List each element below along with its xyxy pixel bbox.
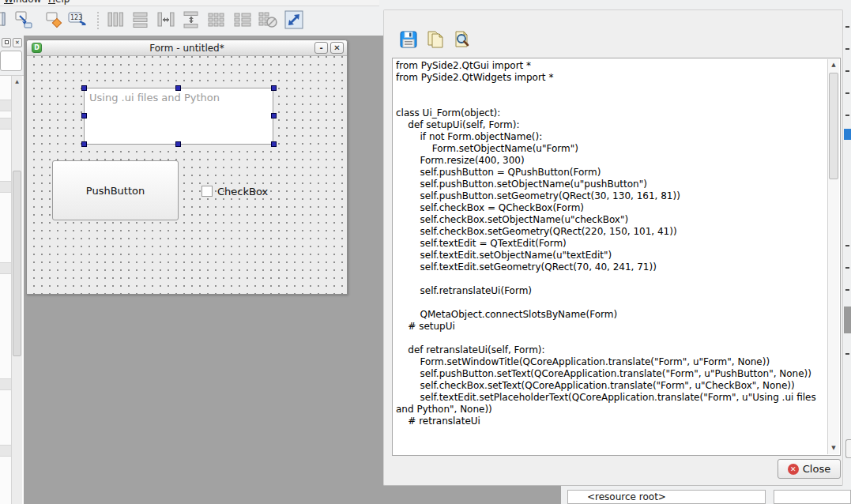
- selection-handle-se[interactable]: [271, 141, 277, 147]
- selection-handle-nw[interactable]: [81, 85, 87, 91]
- copy-button[interactable]: [425, 29, 446, 50]
- code-line: self.textEdit.setObjectName(u"textEdit"): [396, 250, 826, 261]
- selection-handle-e[interactable]: [271, 113, 277, 118]
- layout-horizontal-icon[interactable]: [104, 8, 126, 32]
- form-toolbar: 123: [0, 6, 379, 36]
- adjust-size-icon[interactable]: [283, 8, 305, 32]
- form-editor-window: D Form - untitled* - ✕ Using .ui files a…: [26, 39, 348, 295]
- tree-branch-mark: [845, 92, 849, 94]
- code-scrollbar[interactable]: ▲ ▼: [827, 59, 839, 454]
- widget-box-scrollbar[interactable]: ▲: [11, 76, 22, 504]
- tree-branch-mark: [845, 353, 849, 355]
- selection-handle-ne[interactable]: [271, 85, 277, 91]
- code-line: self.pushButton.setText(QCoreApplication…: [396, 368, 826, 380]
- code-line: self.checkBox = QCheckBox(Form): [396, 202, 826, 214]
- close-button-label: Close: [803, 463, 830, 475]
- menu-help[interactable]: Help: [48, 0, 70, 5]
- float-icon: [5, 40, 9, 44]
- tree-branch-mark: [845, 115, 849, 116]
- layout-vertical-icon[interactable]: [130, 8, 152, 32]
- scrollbar-thumb[interactable]: [829, 73, 838, 179]
- scrollbar-thumb[interactable]: [844, 307, 851, 333]
- layout-splitter-horizontal-icon[interactable]: [155, 8, 177, 32]
- dock-float-button[interactable]: [2, 38, 11, 47]
- layout-splitter-vertical-icon[interactable]: [180, 8, 202, 32]
- resource-browser-strip: <resource root>: [561, 486, 851, 504]
- break-layout-icon[interactable]: [257, 8, 279, 32]
- scroll-down-icon[interactable]: ▼: [828, 442, 839, 454]
- widget-filter-input[interactable]: [0, 51, 22, 71]
- widget-category-row[interactable]: [0, 118, 11, 130]
- edit-buddies-icon[interactable]: [43, 8, 65, 32]
- form-canvas[interactable]: Using .ui files and Python PushButton Ch…: [27, 56, 347, 294]
- pushbutton-widget[interactable]: PushButton: [52, 160, 179, 220]
- find-button[interactable]: [452, 29, 473, 50]
- code-line: self.checkBox.setText(QCoreApplication.t…: [396, 380, 826, 392]
- code-line: from PySide2.QtWidgets import *: [396, 72, 826, 84]
- code-view[interactable]: from PySide2.QtGui import *from PySide2.…: [392, 58, 841, 456]
- widget-box-panel: ✕ ▲: [0, 36, 24, 504]
- code-line: [396, 273, 826, 285]
- widget-category-row[interactable]: [0, 445, 11, 457]
- checkbox-indicator[interactable]: [201, 186, 213, 197]
- menu-window[interactable]: Window: [4, 0, 41, 5]
- code-line: if not Form.objectName():: [396, 131, 826, 143]
- code-line: class Ui_Form(object):: [396, 107, 826, 119]
- widget-category-row[interactable]: [0, 378, 11, 390]
- close-button[interactable]: ✕ Close: [778, 459, 841, 479]
- textedit-widget[interactable]: Using .ui files and Python: [84, 88, 273, 145]
- code-line: self.pushButton.setGeometry(QRect(30, 13…: [396, 190, 826, 202]
- selection-handle-sw[interactable]: [81, 141, 87, 147]
- widget-box-list[interactable]: ▲: [0, 75, 24, 504]
- layout-form-icon[interactable]: [232, 8, 254, 32]
- scrollbar-thumb[interactable]: [13, 171, 21, 356]
- save-icon: [400, 31, 417, 48]
- dock-close-button[interactable]: ✕: [13, 38, 22, 47]
- code-line: self.pushButton.setObjectName(u"pushButt…: [396, 179, 826, 190]
- selected-row-edge: [844, 129, 851, 140]
- code-line: def setupUi(self, Form):: [396, 119, 826, 131]
- code-line: self.checkBox.setObjectName(u"checkBox"): [396, 214, 826, 226]
- selection-handle-n[interactable]: [175, 85, 181, 91]
- code-line: self.textEdit = QTextEdit(Form): [396, 238, 826, 250]
- resource-detail-panel[interactable]: [774, 490, 851, 504]
- designer-form-icon: D: [32, 43, 42, 53]
- code-line: QMetaObject.connectSlotsByName(Form): [396, 309, 826, 321]
- edit-widgets-icon[interactable]: [0, 8, 11, 32]
- code-line: Form.resize(400, 300): [396, 155, 826, 167]
- find-in-document-icon: [453, 30, 472, 49]
- edit-signals-slots-icon[interactable]: [13, 8, 35, 32]
- selection-handle-w[interactable]: [81, 113, 87, 118]
- widget-category-row[interactable]: [0, 262, 11, 274]
- right-panel-edge: [844, 9, 851, 486]
- save-button[interactable]: [398, 29, 419, 50]
- code-dialog-toolbar: [398, 29, 473, 50]
- widget-category-row[interactable]: [0, 181, 11, 193]
- panel-corner: [845, 439, 851, 458]
- code-line: def retranslateUi(self, Form):: [396, 344, 826, 356]
- toolbar-separator: [97, 12, 99, 29]
- scroll-up-icon[interactable]: ▲: [828, 59, 839, 71]
- widget-category-row[interactable]: [0, 100, 11, 111]
- form-window-title: Form - untitled*: [27, 43, 347, 54]
- close-window-button[interactable]: ✕: [330, 42, 344, 54]
- code-line: [396, 84, 826, 96]
- edit-tab-order-icon[interactable]: 123: [66, 8, 88, 32]
- scroll-up-icon[interactable]: ▲: [12, 76, 22, 87]
- selection-handle-s[interactable]: [175, 141, 181, 147]
- code-line: self.checkBox.setGeometry(QRect(220, 150…: [396, 226, 826, 238]
- code-line: # setupUi: [396, 321, 826, 333]
- layout-grid-icon[interactable]: [205, 8, 228, 32]
- resource-root-item[interactable]: <resource root>: [567, 490, 766, 504]
- tree-branch-mark: [845, 48, 849, 50]
- form-window-titlebar[interactable]: D Form - untitled* - ✕: [27, 40, 347, 56]
- code-line: Form.setWindowTitle(QCoreApplication.tra…: [396, 356, 826, 368]
- code-line: [396, 297, 826, 309]
- code-line: [396, 96, 826, 107]
- minimize-button[interactable]: -: [314, 42, 328, 54]
- tree-branch-mark: [845, 70, 849, 72]
- checkbox-widget[interactable]: CheckBox: [201, 181, 268, 201]
- tree-branch-mark: [845, 26, 849, 28]
- code-text: from PySide2.QtGui import *from PySide2.…: [396, 60, 826, 453]
- code-line: self.pushButton = QPushButton(Form): [396, 167, 826, 179]
